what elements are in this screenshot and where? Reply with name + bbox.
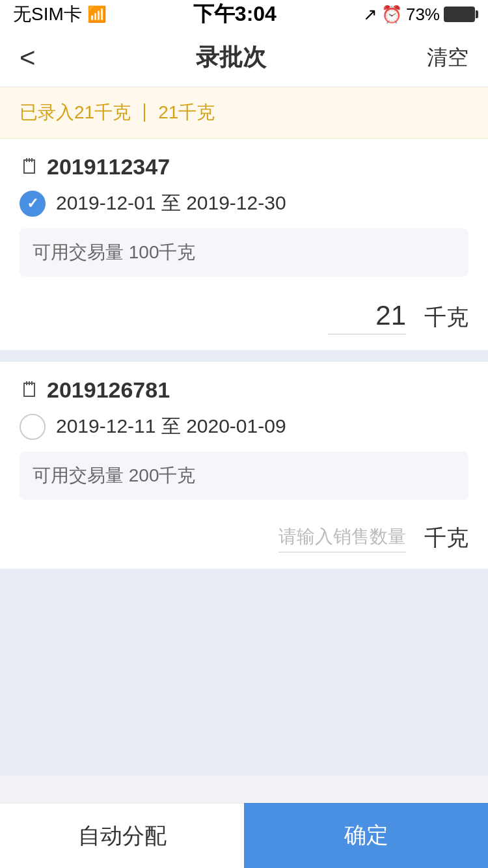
quantity-value-1: 21: [375, 300, 406, 331]
batch-doc-icon-1: 🗒: [20, 155, 40, 179]
batch-avail-row-1: 可用交易量 100千克: [20, 228, 468, 277]
wifi-icon: 📶: [87, 5, 107, 23]
batch-avail-row-2: 可用交易量 200千克: [20, 452, 468, 500]
batch-date-row-2[interactable]: 2019-12-11 至 2020-01-09: [0, 409, 488, 446]
batch-header-1: 🗒 2019112347: [0, 139, 488, 186]
back-button[interactable]: <: [20, 42, 36, 74]
clear-button[interactable]: 清空: [427, 44, 468, 72]
status-left: 无SIM卡 📶: [13, 2, 107, 27]
batch-card-1: 🗒 2019112347 2019-12-01 至 2019-12-30 可用交…: [0, 139, 488, 350]
sim-label: 无SIM卡: [13, 2, 82, 27]
batch-date-2: 2019-12-11 至 2020-01-09: [56, 413, 286, 440]
batch-card-2: 🗒 2019126781 2019-12-11 至 2020-01-09 可用交…: [0, 362, 488, 569]
batch-date-row-1[interactable]: 2019-12-01 至 2019-12-30: [0, 186, 488, 223]
batch-date-1: 2019-12-01 至 2019-12-30: [56, 190, 286, 217]
batch-radio-2[interactable]: [20, 414, 46, 440]
batch-avail-text-1: 可用交易量 100千克: [33, 242, 196, 262]
info-banner-divider: [144, 103, 145, 122]
quantity-input-wrapper-2[interactable]: 请输入销售数量: [278, 524, 406, 552]
status-time: 下午3:04: [193, 0, 277, 29]
batch-id-1: 2019112347: [47, 154, 170, 180]
status-bar: 无SIM卡 📶 下午3:04 ↗ ⏰ 73%: [0, 0, 488, 29]
section-divider-2: [0, 569, 488, 580]
batch-doc-icon-2: 🗒: [20, 378, 40, 402]
alarm-icon: ⏰: [381, 5, 402, 25]
bottom-bar: 自动分配 确定: [0, 803, 488, 868]
batch-avail-text-2: 可用交易量 200千克: [33, 465, 196, 485]
confirm-button[interactable]: 确定: [244, 803, 488, 868]
page-title: 录批次: [196, 42, 266, 74]
quantity-input-wrapper-1[interactable]: 21: [328, 300, 406, 334]
info-banner: 已录入21千克 21千克: [0, 87, 488, 139]
info-banner-value: 21千克: [158, 100, 215, 125]
location-icon: ↗: [363, 5, 377, 25]
info-banner-label: 已录入21千克: [20, 100, 131, 125]
battery-percent: 73%: [406, 5, 440, 25]
quantity-row-2: 请输入销售数量 千克: [0, 513, 488, 569]
section-divider-1: [0, 350, 488, 362]
quantity-row-1: 21 千克: [0, 290, 488, 350]
nav-bar: < 录批次 清空: [0, 29, 488, 87]
content-wrapper: 🗒 2019112347 2019-12-01 至 2019-12-30 可用交…: [0, 139, 488, 841]
batch-radio-1[interactable]: [20, 191, 46, 217]
quantity-unit-1: 千克: [424, 303, 468, 332]
status-right: ↗ ⏰ 73%: [363, 5, 475, 25]
batch-id-2: 2019126781: [47, 377, 170, 403]
quantity-placeholder-2: 请输入销售数量: [278, 524, 406, 549]
empty-area: [0, 580, 488, 776]
batch-header-2: 🗒 2019126781: [0, 362, 488, 409]
battery-icon: [444, 7, 475, 22]
quantity-unit-2: 千克: [424, 523, 468, 553]
auto-distribute-button[interactable]: 自动分配: [0, 803, 244, 868]
